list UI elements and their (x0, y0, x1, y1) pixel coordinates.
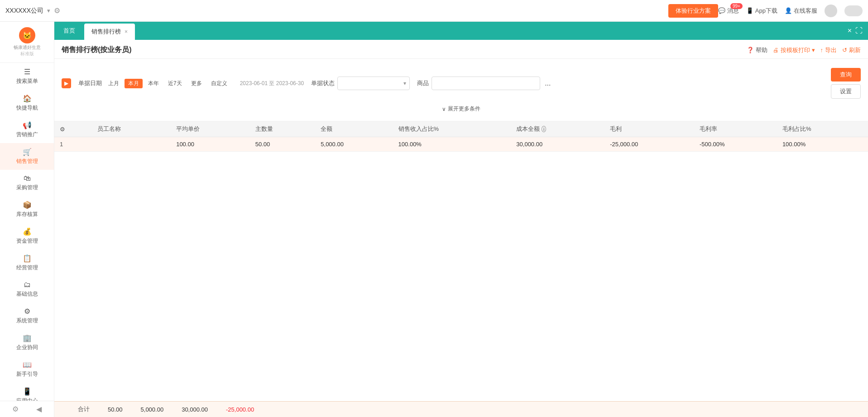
basic-icon: 🗂 (24, 281, 31, 289)
expand-row: ∨ 展开更多条件 (62, 102, 861, 115)
td-cost: 30,000.00 (511, 137, 604, 152)
footer-summary-label: 合计 (78, 405, 90, 413)
app-icon: 📱 (746, 7, 753, 14)
purchase-icon: 🛍 (24, 174, 31, 182)
operation-icon: 📋 (23, 254, 32, 263)
filter-area: ▶ 单据日期 上月 本月 本年 近7天 更多 自定义 (54, 59, 868, 121)
date-opt-this-year[interactable]: 本年 (144, 79, 163, 88)
sidebar-item-system[interactable]: ⚙ 系统管理 (0, 302, 54, 329)
online-service-button[interactable]: 👤 在线客服 (785, 7, 817, 15)
sidebar-item-appstore[interactable]: 📱 应用中心 (0, 383, 54, 401)
tab-bar-right: × ⛶ (848, 27, 868, 35)
sidebar-item-appstore-label: 应用中心 (16, 397, 38, 401)
print-icon: 🖨 (773, 47, 779, 53)
td-employee (92, 137, 171, 152)
td-gross: -25,000.00 (604, 137, 694, 152)
tab-home[interactable]: 首页 (54, 22, 84, 40)
date-range: 2023-06-01 至 2023-06-30 (240, 80, 304, 87)
sidebar-item-operation-label: 经营管理 (16, 264, 38, 272)
sidebar-item-inventory[interactable]: 📦 库存核算 (0, 196, 54, 223)
tab-close-icon[interactable]: × (125, 29, 128, 35)
expand-filters-button[interactable]: ∨ 展开更多条件 (442, 105, 480, 113)
table-row: 1 100.00 50.00 5,000.00 100.00% 30,000.0… (54, 137, 868, 152)
table-settings-icon[interactable]: ⚙ (60, 126, 65, 133)
date-opt-7days[interactable]: 近7天 (164, 79, 186, 88)
table-header: ⚙ 员工名称 平均单价 主数量 全额 销售收入占比% 成本全额 i 毛利 (54, 121, 868, 137)
sidebar-gear-icon[interactable]: ⚙ (12, 405, 19, 413)
goods-input[interactable] (432, 77, 540, 90)
footer-gross: -25,000.00 (226, 406, 254, 413)
window-close-icon[interactable]: × (848, 27, 852, 35)
date-opt-last-month[interactable]: 上月 (105, 79, 123, 88)
footer-amount: 5,000.00 (141, 406, 164, 413)
tab-active-label: 销售排行榜 (91, 28, 121, 36)
top-bar: XXXXXX公司 ▾ ⚙ 体验行业方案 💬 消息 99+ 📱 App下载 👤 在… (0, 0, 868, 22)
status-filter-label: 单据状态 (311, 79, 335, 87)
sidebar-item-operation[interactable]: 📋 经营管理 (0, 249, 54, 276)
cost-info-icon[interactable]: i (542, 126, 546, 132)
topbar-settings-icon[interactable]: ⚙ (54, 6, 60, 15)
status-select-wrap (337, 77, 410, 90)
th-cost: 成本全额 i (511, 121, 604, 137)
goods-filter-label: 商品 (417, 79, 429, 87)
sidebar-item-marketing[interactable]: 📢 营销推广 (0, 116, 54, 143)
page-actions: ❓ 帮助 🖨 按模板打印 ▾ ↑ 导出 (747, 46, 861, 54)
sidebar-item-sales[interactable]: 🛒 销售管理 (0, 143, 54, 170)
date-opt-more[interactable]: 更多 (187, 79, 206, 88)
print-button[interactable]: 🖨 按模板打印 ▾ (773, 46, 815, 54)
message-button[interactable]: 💬 消息 99+ (718, 7, 739, 15)
service-icon: 👤 (785, 7, 792, 14)
tab-sales-ranking[interactable]: 销售排行榜 × (84, 24, 135, 40)
sidebar-item-basic[interactable]: 🗂 基础信息 (0, 276, 54, 302)
sidebar-item-finance[interactable]: 💰 资金管理 (0, 223, 54, 249)
th-employee: 员工名称 (92, 121, 171, 137)
sidebar-item-purchase-label: 采购管理 (16, 184, 38, 192)
sidebar-item-purchase[interactable]: 🛍 采购管理 (0, 170, 54, 196)
sidebar-item-quicknav[interactable]: 🏠 快捷导航 (0, 90, 54, 116)
window-expand-icon[interactable]: ⛶ (855, 27, 863, 35)
td-sales-ratio: 100.00% (393, 137, 511, 152)
td-main-qty: 50.00 (250, 137, 316, 152)
sidebar-footer: ⚙ ◀ (0, 401, 54, 417)
message-icon: 💬 (718, 7, 725, 14)
date-opt-custom[interactable]: 自定义 (207, 79, 231, 88)
goods-more-button[interactable]: ... (543, 79, 552, 87)
table-body: 1 100.00 50.00 5,000.00 100.00% 30,000.0… (54, 137, 868, 152)
th-sales-ratio: 销售收入占比% (393, 121, 511, 137)
th-gross-ratio: 毛利占比% (777, 121, 868, 137)
logo-version: 标准版 (20, 51, 34, 57)
trial-button[interactable]: 体验行业方案 (668, 4, 718, 18)
sidebar-item-finance-label: 资金管理 (16, 237, 38, 245)
avatar[interactable] (825, 5, 837, 17)
footer-main-qty: 50.00 (108, 406, 123, 413)
th-settings[interactable]: ⚙ (54, 121, 92, 137)
top-bar-center: 体验行业方案 (668, 4, 718, 18)
th-main-qty: 主数量 (250, 121, 316, 137)
company-dropdown-icon[interactable]: ▾ (47, 7, 50, 14)
status-select[interactable] (337, 77, 410, 90)
page-inner: 销售排行榜(按业务员) ❓ 帮助 🖨 按模板打印 ▾ (54, 40, 868, 417)
data-table: ⚙ 员工名称 平均单价 主数量 全额 销售收入占比% 成本全额 i 毛利 (54, 121, 868, 152)
status-filter: 单据状态 (311, 77, 410, 90)
sidebar-nav: ☰ 搜索菜单 🏠 快捷导航 📢 营销推广 🛒 销售管理 🛍 采购管理 (0, 63, 54, 401)
page-content: 销售排行榜(按业务员) ❓ 帮助 🖨 按模板打印 ▾ (54, 40, 868, 417)
date-opt-this-month[interactable]: 本月 (125, 79, 143, 88)
filter-toggle-button[interactable]: ▶ (62, 78, 71, 88)
sidebar-item-enterprise-label: 企业协同 (16, 344, 38, 351)
sidebar-collapse-icon[interactable]: ◀ (36, 405, 42, 413)
sidebar-item-enterprise[interactable]: 🏢 企业协同 (0, 329, 54, 356)
goods-filter: 商品 ... (417, 77, 552, 90)
sidebar-item-guide[interactable]: 📖 新手引导 (0, 356, 54, 383)
refresh-button[interactable]: ↺ 刷新 (842, 46, 861, 54)
app-download-button[interactable]: 📱 App下载 (746, 7, 777, 15)
query-button[interactable]: 查询 (831, 68, 861, 81)
sidebar-item-search[interactable]: ☰ 搜索菜单 (0, 63, 54, 90)
enterprise-icon: 🏢 (23, 334, 32, 342)
help-button[interactable]: ❓ 帮助 (747, 46, 767, 54)
td-amount: 5,000.00 (315, 137, 393, 152)
td-gross-rate: -500.00% (694, 137, 777, 152)
footer-cost: 30,000.00 (182, 406, 208, 413)
export-icon: ↑ (820, 47, 824, 53)
settings-button[interactable]: 设置 (831, 84, 861, 99)
export-button[interactable]: ↑ 导出 (820, 46, 837, 54)
